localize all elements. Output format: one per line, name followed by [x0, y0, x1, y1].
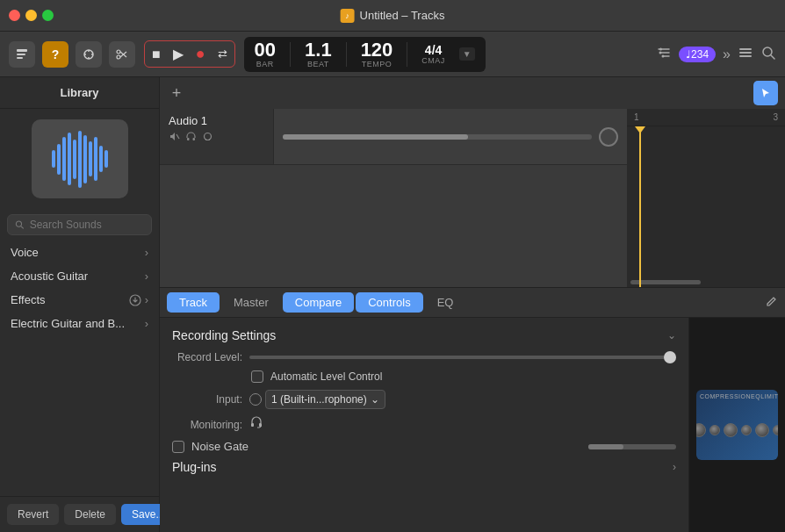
- plugin-knob-3[interactable]: [724, 423, 738, 437]
- waveform-preview: [52, 131, 108, 188]
- svg-point-9: [117, 55, 120, 59]
- plugin-knobs: [696, 423, 778, 437]
- monitoring-row: Monitoring:: [172, 416, 676, 433]
- svg-rect-17: [739, 55, 752, 57]
- sidebar-items: Voice › Acoustic Guitar › Effects: [0, 241, 159, 496]
- input-dropdown[interactable]: 1 (Built-in...rophone) ⌄: [265, 390, 385, 409]
- plugin-label-limiter: LIMITER: [760, 393, 778, 399]
- svg-line-19: [771, 55, 774, 59]
- plugin-thumbnail[interactable]: COMPRESSION EQ LIMITER: [696, 390, 778, 460]
- svg-point-26: [205, 133, 212, 140]
- scrollbar-thumb[interactable]: [630, 280, 701, 284]
- noise-gate-checkbox[interactable]: [172, 441, 184, 453]
- chevron-right-icon: ›: [145, 293, 148, 306]
- maximize-button[interactable]: [42, 10, 54, 21]
- svg-point-14: [659, 47, 662, 50]
- list-icon[interactable]: [738, 45, 753, 64]
- titlebar: ♪ Untitled – Tracks: [0, 0, 785, 32]
- plugin-knob-1[interactable]: [696, 423, 706, 437]
- separator: [290, 42, 291, 67]
- plugin-knob-5[interactable]: [755, 423, 769, 437]
- toolbar-right: ♩234 »: [656, 45, 776, 64]
- tune-icon[interactable]: [656, 45, 672, 64]
- svg-rect-1: [17, 54, 25, 55]
- key-display: 4/4 Cmaj: [421, 44, 445, 65]
- minimize-button[interactable]: [25, 10, 37, 21]
- record-button[interactable]: ●: [196, 45, 205, 63]
- plugin-label-eq: EQ: [751, 393, 760, 399]
- svg-point-13: [662, 54, 665, 57]
- beat-display: 1.1 BEAT: [305, 40, 332, 68]
- display-button[interactable]: [76, 41, 102, 68]
- chevron-right-icon: ›: [145, 270, 148, 283]
- scrollbar-area[interactable]: [627, 278, 785, 285]
- auto-level-row: Automatic Level Control: [251, 370, 676, 383]
- track-controls-button[interactable]: [753, 81, 778, 105]
- question-button[interactable]: ?: [42, 41, 68, 68]
- loop-button[interactable]: ⇄: [218, 47, 227, 61]
- revert-button[interactable]: Revert: [7, 504, 59, 525]
- sidebar: Library: [0, 77, 160, 532]
- chevron-right-icon: ›: [145, 317, 148, 330]
- add-track-button[interactable]: +: [167, 83, 186, 103]
- plugin-sidebar: COMPRESSION EQ LIMITER: [688, 318, 785, 532]
- record-level-slider[interactable]: [249, 356, 676, 359]
- tab-track[interactable]: Track: [167, 292, 220, 313]
- tab-compare[interactable]: Compare: [283, 292, 354, 313]
- svg-rect-16: [739, 52, 752, 54]
- sidebar-item-effects[interactable]: Effects ›: [0, 288, 159, 312]
- volume-knob[interactable]: [599, 127, 618, 147]
- mute-button[interactable]: [169, 131, 180, 145]
- tab-eq[interactable]: EQ: [425, 292, 466, 313]
- plugin-knob-2[interactable]: [709, 425, 720, 435]
- input-row: Input: 1 (Built-in...rophone) ⌄: [172, 390, 676, 409]
- search-icon[interactable]: [760, 45, 776, 64]
- input-selector: 1 (Built-in...rophone) ⌄: [249, 390, 385, 409]
- sidebar-bottom: Revert Delete Save...: [0, 496, 159, 532]
- sidebar-item-voice[interactable]: Voice ›: [0, 241, 159, 264]
- svg-point-20: [16, 221, 21, 226]
- section-chevron-icon[interactable]: ⌄: [667, 329, 676, 341]
- track-header-bar: +: [160, 77, 785, 109]
- tempo-display: 120 TEMPO: [361, 40, 393, 68]
- position-chevron[interactable]: ▼: [459, 47, 475, 61]
- delete-button[interactable]: Delete: [64, 504, 116, 525]
- sidebar-item-acoustic[interactable]: Acoustic Guitar ›: [0, 264, 159, 288]
- plugin-knob-4[interactable]: [741, 425, 752, 435]
- plugins-title: Plug-ins: [172, 460, 217, 474]
- download-icon: [129, 294, 141, 306]
- search-box[interactable]: [7, 214, 152, 235]
- inspector-content: Recording Settings ⌄ Record Level: Autom…: [160, 318, 785, 532]
- noise-gate-slider[interactable]: [588, 444, 676, 449]
- search-input[interactable]: [30, 219, 144, 231]
- monitoring-button[interactable]: [249, 416, 263, 433]
- timeline-panel: 1 3: [627, 109, 785, 287]
- sidebar-item-electric[interactable]: Electric Guitar and B... ›: [0, 312, 159, 335]
- plugin-knob-6[interactable]: [773, 425, 779, 435]
- more-icon[interactable]: »: [723, 47, 731, 62]
- plugin-label-compression: COMPRESSION: [700, 393, 751, 399]
- account-badge[interactable]: ♩234: [679, 47, 716, 62]
- auto-level-label: Automatic Level Control: [270, 370, 382, 383]
- scissors-button[interactable]: [109, 41, 135, 68]
- recording-settings-title: Recording Settings: [172, 328, 276, 342]
- tracks-container: Audio 1: [160, 109, 785, 287]
- record-arm-button[interactable]: [202, 131, 213, 145]
- track-list: Audio 1: [160, 109, 627, 287]
- toolbar: ? ■ ▶ ●: [0, 32, 785, 77]
- svg-rect-24: [187, 138, 190, 140]
- track-name: Audio 1: [169, 114, 264, 127]
- play-button[interactable]: ▶: [173, 46, 184, 62]
- inspector-panel: Track Master Compare Controls EQ: [160, 288, 785, 532]
- plugins-chevron-icon[interactable]: ›: [673, 461, 676, 473]
- tab-controls[interactable]: Controls: [356, 292, 422, 313]
- track-volume-area: [274, 127, 627, 147]
- inspector-edit-button[interactable]: [766, 295, 778, 310]
- headphone-button[interactable]: [185, 131, 197, 145]
- close-button[interactable]: [9, 10, 20, 21]
- volume-slider[interactable]: [283, 134, 592, 140]
- stop-button[interactable]: ■: [152, 47, 161, 62]
- tab-master[interactable]: Master: [221, 292, 281, 313]
- person-button[interactable]: [9, 41, 35, 68]
- auto-level-checkbox[interactable]: [251, 370, 263, 383]
